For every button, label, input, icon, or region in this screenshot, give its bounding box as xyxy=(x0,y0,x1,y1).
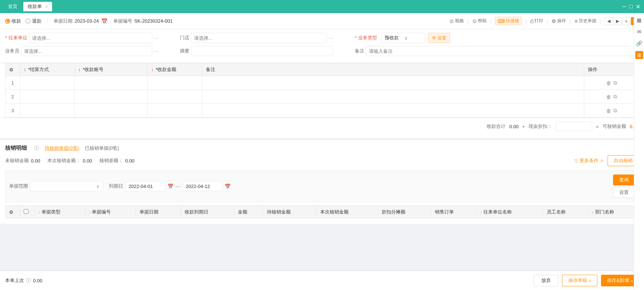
date-to-calendar-icon[interactable]: 📅 xyxy=(225,184,231,189)
action-operate[interactable]: ⚙ 操作 xyxy=(551,18,566,24)
th-account-label: *收款账号 xyxy=(83,67,103,72)
action-shortcut-label: 快捷键 xyxy=(506,18,519,24)
row-3-delete-icon[interactable]: 🗑 xyxy=(606,108,611,114)
discount-label: 现金折扣： xyxy=(529,123,552,130)
row-2-copy-icon[interactable]: ⧉ xyxy=(613,94,617,100)
sep-5: | xyxy=(570,18,571,24)
right-panel-expand-icon[interactable]: ⊞ xyxy=(635,51,643,59)
row-1-copy-icon[interactable]: ⧉ xyxy=(613,80,617,86)
row-2-settlement[interactable] xyxy=(20,90,75,104)
row-3-amount[interactable] xyxy=(148,104,202,118)
next-btn[interactable]: ▶ xyxy=(613,17,621,25)
th-pending-label: 待核销金额 xyxy=(267,209,291,215)
row-2-delete-icon[interactable]: 🗑 xyxy=(606,94,611,100)
date-calendar-icon[interactable]: 📅 xyxy=(101,18,107,24)
row-3-settlement[interactable] xyxy=(20,104,75,118)
radio-refund[interactable]: 退款 xyxy=(25,18,42,24)
nav-active-tab[interactable]: 收款单 × xyxy=(23,2,52,11)
maximize-icon[interactable]: □ xyxy=(629,3,633,10)
action-help[interactable]: ⊙ 帮助 xyxy=(472,18,487,24)
query-settings-group: 查询 设置 xyxy=(613,175,635,198)
abandon-btn[interactable]: 放弃 xyxy=(534,275,558,286)
bottom-info-icon[interactable]: ⓘ xyxy=(26,277,31,284)
stat-diff: 核销差额： 0.00 xyxy=(99,157,134,164)
doc-number-label: 单据编号 xyxy=(113,18,132,24)
action-shortcut[interactable]: ⌨ 快捷键 xyxy=(495,17,522,25)
row-1-amount[interactable] xyxy=(148,76,202,90)
right-panel-link-icon[interactable]: 🔗 xyxy=(635,39,643,47)
range-chevron-icon: ∨ xyxy=(96,184,100,189)
close-tab-icon[interactable]: × xyxy=(46,4,48,9)
salesperson-label: 业务员 xyxy=(5,48,19,54)
th-settings[interactable]: ⚙ xyxy=(5,63,20,76)
summary-input[interactable] xyxy=(191,46,333,56)
date-dash: — xyxy=(176,184,180,189)
query-btn[interactable]: 查询 xyxy=(613,175,635,185)
save-draft-btn[interactable]: 保存草稿 ∧ xyxy=(562,275,597,286)
row-2-note[interactable] xyxy=(202,90,584,104)
row-3-account[interactable] xyxy=(75,104,148,118)
th-due-date-label: 收款到期日 xyxy=(185,209,208,215)
th-recon-checkbox[interactable] xyxy=(20,206,35,219)
close-window-icon[interactable]: ✕ xyxy=(636,3,640,10)
row-1-account[interactable] xyxy=(75,76,148,90)
minimize-icon[interactable]: ─ xyxy=(622,3,626,10)
stat-unreconciled-label: 未核销金额 xyxy=(5,157,29,164)
filter-icon: ▽ xyxy=(574,158,578,164)
partner-dots-icon[interactable]: ··· xyxy=(154,35,158,41)
partner-input[interactable] xyxy=(29,33,153,43)
th-recon-settings[interactable]: ⚙ xyxy=(5,206,20,219)
tab-done[interactable]: 已核销单据(0笔) xyxy=(85,145,119,152)
recon-info-icon[interactable]: ⓘ xyxy=(34,145,39,152)
range-field: 单据范围 ∨ xyxy=(9,181,103,191)
range-label: 单据范围 xyxy=(9,183,28,189)
store-dots-icon[interactable]: ··· xyxy=(329,35,333,41)
action-history[interactable]: ≡ 历史单据 xyxy=(574,18,596,24)
row-2-amount[interactable] xyxy=(148,90,202,104)
radio-receipt[interactable]: 收款 xyxy=(5,18,21,24)
row-num-1: 1 xyxy=(5,76,20,90)
date-to-input[interactable] xyxy=(182,181,223,191)
th-discount-label: 折扣分摊额 xyxy=(382,209,405,215)
row-3-note[interactable] xyxy=(202,104,584,118)
select-all-checkbox[interactable] xyxy=(24,209,28,214)
store-input[interactable] xyxy=(191,33,327,43)
th-settlement: ↕ *结算方式 xyxy=(20,63,75,76)
date-from-input[interactable] xyxy=(125,181,165,191)
salesperson-input[interactable] xyxy=(21,46,152,56)
partner-label: 往来单位 xyxy=(5,35,27,41)
form-settings-btn[interactable]: ⚙ 设置 xyxy=(428,33,450,43)
row-1-settlement[interactable] xyxy=(20,76,75,90)
salesperson-dots-icon[interactable]: ··· xyxy=(154,48,158,54)
range-select[interactable]: ∨ xyxy=(30,181,103,191)
filter-settings-btn[interactable]: 设置 xyxy=(613,187,635,198)
tab-pending[interactable]: 待核销单据(0笔) xyxy=(45,145,79,152)
right-panel-table-icon[interactable]: ▦ xyxy=(635,16,643,24)
save-new-btn[interactable]: 保存&新增 ∧ xyxy=(601,275,639,286)
save-draft-label: 保存草稿 xyxy=(568,277,587,284)
date-from-calendar-icon[interactable]: 📅 xyxy=(168,184,173,189)
action-history-label: 历史单据 xyxy=(579,18,596,24)
action-print[interactable]: ⎙ 打印 xyxy=(530,18,543,24)
row-2-account[interactable] xyxy=(75,90,148,104)
recon-settings-icon: ⚙ xyxy=(9,209,13,215)
th-employee-label: 员工名称 xyxy=(547,209,566,215)
discount-input[interactable] xyxy=(556,122,592,131)
right-panel-message-icon[interactable]: ✉ xyxy=(635,28,643,36)
table-row: 2 🗑 ⧉ xyxy=(5,90,639,104)
row-1-delete-icon[interactable]: 🗑 xyxy=(606,80,611,86)
th-doc-num: ↕ 单据编号 xyxy=(85,206,136,219)
notes-input[interactable] xyxy=(366,46,639,56)
th-note-label: 备注 xyxy=(206,67,215,72)
business-type-select[interactable]: 预收款 ∨ xyxy=(381,33,425,43)
row-1-note[interactable] xyxy=(202,76,584,90)
row-3-copy-icon[interactable]: ⧉ xyxy=(613,107,617,114)
prev-btn[interactable]: ◀ xyxy=(605,17,613,25)
right-panel: ▦ ✉ 🔗 ⊞ xyxy=(634,13,644,290)
stat-unreconciled: 未核销金额 0.00 xyxy=(5,157,40,164)
action-video[interactable]: ⊙ 视频 xyxy=(449,18,464,24)
list-view-btn[interactable]: ≡ xyxy=(622,17,630,25)
due-date-filter: 到期日 📅 — 📅 xyxy=(109,181,231,191)
more-conditions-btn[interactable]: ▽ 更多条件 ∧ xyxy=(574,157,604,164)
nav-home[interactable]: 首页 xyxy=(4,2,22,11)
